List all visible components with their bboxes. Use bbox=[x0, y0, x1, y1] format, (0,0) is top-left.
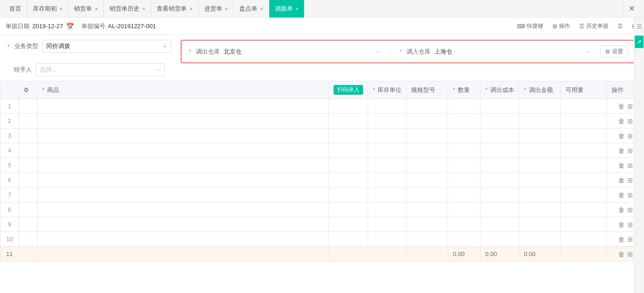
th-unit: * 库存单位 bbox=[368, 81, 407, 99]
row-delete-icon[interactable]: 🗑 bbox=[618, 236, 625, 243]
row-product[interactable] bbox=[37, 143, 329, 158]
row-cost bbox=[480, 143, 519, 158]
row-unit bbox=[368, 128, 407, 143]
row-copy-icon[interactable]: ⊞ bbox=[627, 206, 633, 214]
row-delete-icon[interactable]: 🗑 bbox=[618, 103, 625, 110]
row-product[interactable] bbox=[37, 173, 329, 188]
row-product[interactable] bbox=[37, 128, 329, 143]
th-unit-required: * bbox=[373, 86, 375, 93]
tab-sales-order[interactable]: 销货单 × bbox=[68, 0, 103, 18]
row-delete-icon[interactable]: 🗑 bbox=[618, 221, 625, 228]
row-unit bbox=[368, 158, 407, 173]
th-amount-required: * bbox=[524, 86, 526, 93]
row-delete-icon[interactable]: 🗑 bbox=[618, 191, 625, 199]
row-product[interactable] bbox=[37, 217, 329, 232]
th-cost-required: * bbox=[485, 86, 487, 93]
tab-sales-order-close[interactable]: × bbox=[95, 6, 97, 12]
row-unit bbox=[368, 114, 407, 128]
row-delete-icon[interactable]: 🗑 bbox=[618, 162, 625, 169]
tab-sales-history-close[interactable]: × bbox=[142, 6, 145, 12]
row-product[interactable] bbox=[37, 99, 329, 114]
tab-inventory-check[interactable]: 盘点单 × bbox=[234, 0, 269, 18]
row-qty bbox=[448, 232, 480, 247]
tab-bar: 首页 库存期初 × 销货单 × 销货单历史 × 查看销货单 × 进货单 × 盘点… bbox=[0, 0, 644, 18]
calendar-icon[interactable]: 📅 bbox=[66, 23, 74, 30]
row-index: 6 bbox=[0, 173, 19, 188]
row-gear bbox=[19, 217, 37, 232]
row-delete-icon[interactable]: 🗑 bbox=[618, 147, 625, 154]
tab-home-label: 首页 bbox=[9, 5, 21, 13]
row-product[interactable] bbox=[37, 188, 329, 202]
row-delete-icon[interactable]: 🗑 bbox=[618, 177, 625, 184]
tab-view-sales[interactable]: 查看销货单 × bbox=[151, 0, 198, 18]
person-select[interactable]: 选择... ··· bbox=[36, 63, 165, 76]
row-delete-icon[interactable]: 🗑 bbox=[618, 132, 625, 140]
table-row: 6 🗑 ⊞ bbox=[0, 173, 644, 188]
row-copy-icon[interactable]: ⊞ bbox=[627, 147, 633, 154]
operation-btn[interactable]: ⊞ 操作 bbox=[551, 21, 572, 31]
history-btn[interactable]: ☰ 历史单据 bbox=[577, 21, 610, 31]
row-scan bbox=[328, 128, 368, 143]
subtotal-delete-icon[interactable]: 🗑 bbox=[618, 250, 625, 258]
tab-purchase-order[interactable]: 进货单 × bbox=[199, 0, 234, 18]
th-available: 可用量 bbox=[561, 81, 607, 99]
subtotal-copy-icon[interactable]: ⊞ bbox=[627, 250, 633, 258]
row-copy-icon[interactable]: ⊞ bbox=[627, 177, 633, 184]
person-more[interactable]: ··· bbox=[156, 67, 161, 73]
row-amount bbox=[519, 173, 561, 188]
tab-home[interactable]: 首页 bbox=[4, 0, 27, 18]
warehouse-in-more[interactable]: ··· bbox=[586, 49, 591, 55]
row-unit bbox=[368, 143, 407, 158]
row-copy-icon[interactable]: ⊞ bbox=[627, 103, 633, 110]
row-product[interactable] bbox=[37, 232, 329, 247]
warehouse-out-more[interactable]: ··· bbox=[376, 49, 381, 55]
th-action-label: 操作 bbox=[612, 86, 624, 93]
tab-inventory-init[interactable]: 库存期初 × bbox=[27, 0, 68, 18]
th-gear[interactable]: ⚙ bbox=[19, 81, 37, 99]
table-row: 4 🗑 ⊞ bbox=[0, 143, 644, 158]
row-copy-icon[interactable]: ⊞ bbox=[627, 132, 633, 140]
settings-button[interactable]: ⚙ 设置 bbox=[600, 45, 628, 58]
row-copy-icon[interactable]: ⊞ bbox=[627, 221, 633, 228]
row-copy-icon[interactable]: ⊞ bbox=[627, 236, 633, 243]
tab-sales-history[interactable]: 销货单历史 × bbox=[104, 0, 151, 18]
row-copy-icon[interactable]: ⊞ bbox=[627, 117, 633, 125]
tab-sales-history-label: 销货单历史 bbox=[109, 5, 140, 13]
row-product[interactable] bbox=[37, 202, 329, 217]
tab-transfer[interactable]: 调拨单 × bbox=[269, 0, 304, 18]
row-copy-icon[interactable]: ⊞ bbox=[627, 191, 633, 199]
tab-inventory-init-close[interactable]: × bbox=[60, 6, 62, 12]
business-type-select[interactable]: 同价调拨 ▼ bbox=[42, 40, 171, 53]
row-qty bbox=[448, 128, 480, 143]
tab-inventory-check-close[interactable]: × bbox=[260, 6, 263, 12]
table-area: ⚙ * 商品 扫码录入 * 库存单位 规格型号 * 数量 bbox=[0, 81, 644, 262]
row-unit bbox=[368, 188, 407, 202]
row-product[interactable] bbox=[37, 158, 329, 173]
row-index: 1 bbox=[0, 99, 19, 114]
data-table: ⚙ * 商品 扫码录入 * 库存单位 规格型号 * 数量 bbox=[0, 81, 644, 262]
warehouse-divider bbox=[390, 46, 390, 57]
sidebar-notes-icon[interactable]: ☰ bbox=[635, 21, 644, 32]
window-close-button[interactable]: ✕ bbox=[623, 0, 640, 18]
row-spec bbox=[407, 114, 448, 128]
layout-btn-list[interactable]: ☰ bbox=[616, 22, 625, 31]
th-qty-required: * bbox=[453, 86, 455, 93]
warehouse-in-value: 上海仓 bbox=[434, 48, 581, 56]
doc-label: 单据编号 bbox=[81, 22, 105, 31]
tab-transfer-close[interactable]: × bbox=[296, 6, 298, 12]
row-delete-icon[interactable]: 🗑 bbox=[618, 206, 625, 214]
row-scan bbox=[328, 217, 368, 232]
row-spec bbox=[407, 202, 448, 217]
row-delete-icon[interactable]: 🗑 bbox=[618, 117, 625, 125]
scan-btn[interactable]: 扫码录入 bbox=[334, 85, 363, 95]
doc-field-group: 单据编号 AL-20191227-001 bbox=[81, 22, 156, 31]
tab-purchase-order-close[interactable]: × bbox=[225, 6, 228, 12]
person-field: 经手人 选择... ··· bbox=[7, 63, 637, 76]
shortcut-btn[interactable]: ⌨ 快捷键 bbox=[515, 21, 545, 31]
row-product[interactable] bbox=[37, 114, 329, 128]
tab-sales-order-label: 销货单 bbox=[74, 5, 92, 13]
history-icon: ☰ bbox=[579, 23, 584, 30]
row-copy-icon[interactable]: ⊞ bbox=[627, 162, 633, 169]
tab-view-sales-close[interactable]: × bbox=[189, 6, 192, 12]
sidebar-export-icon[interactable]: ↗ bbox=[635, 36, 644, 48]
